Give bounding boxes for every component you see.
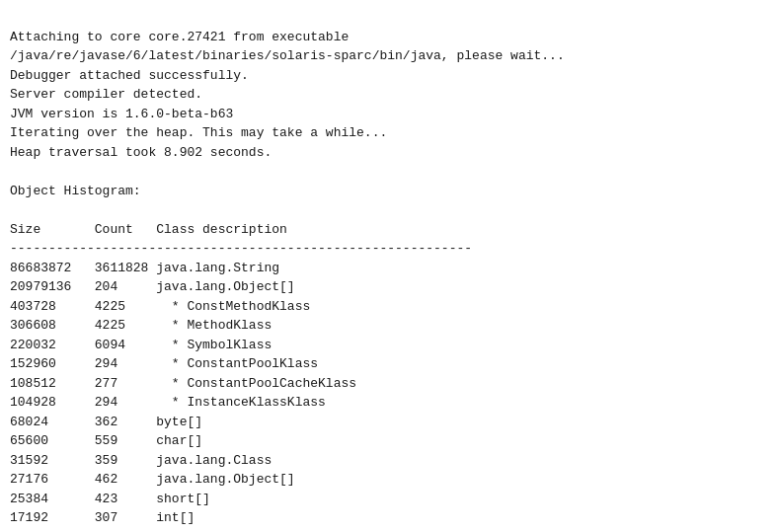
terminal-line-13: 20979136 204 java.lang.Object[] (10, 277, 768, 297)
terminal-line-18: 108512 277 * ConstantPoolCacheKlass (10, 374, 768, 394)
terminal-line-17: 152960 294 * ConstantPoolKlass (10, 354, 768, 374)
terminal-line-9 (10, 200, 768, 220)
terminal-line-15: 306608 4225 * MethodKlass (10, 316, 768, 336)
terminal-line-23: 27176 462 java.lang.Object[] (10, 470, 768, 490)
terminal-line-2: Debugger attached successfully. (10, 66, 768, 86)
terminal-line-25: 17192 307 int[] (10, 508, 768, 528)
terminal-line-26: : (10, 528, 768, 533)
terminal-line-11: ----------------------------------------… (10, 239, 768, 259)
terminal-line-16: 220032 6094 * SymbolKlass (10, 336, 768, 355)
terminal-line-12: 86683872 3611828 java.lang.String (10, 259, 768, 278)
terminal-line-3: Server compiler detected. (10, 85, 768, 105)
terminal-line-7 (10, 162, 768, 182)
terminal-line-5: Iterating over the heap. This may take a… (10, 123, 768, 143)
terminal-output: Attaching to core core.27421 from execut… (10, 8, 768, 532)
terminal-line-0: Attaching to core core.27421 from execut… (10, 28, 768, 47)
terminal-line-14: 403728 4225 * ConstMethodKlass (10, 297, 768, 317)
terminal-line-10: Size Count Class description (10, 220, 768, 240)
terminal-line-20: 68024 362 byte[] (10, 413, 768, 432)
terminal-line-1: /java/re/javase/6/latest/binaries/solari… (10, 46, 768, 66)
terminal-line-8: Object Histogram: (10, 182, 768, 201)
terminal-line-6: Heap traversal took 8.902 seconds. (10, 143, 768, 163)
terminal-line-24: 25384 423 short[] (10, 490, 768, 509)
terminal-line-4: JVM version is 1.6.0-beta-b63 (10, 105, 768, 124)
terminal-line-22: 31592 359 java.lang.Class (10, 451, 768, 471)
terminal-line-19: 104928 294 * InstanceKlassKlass (10, 393, 768, 413)
terminal-line-21: 65600 559 char[] (10, 431, 768, 451)
